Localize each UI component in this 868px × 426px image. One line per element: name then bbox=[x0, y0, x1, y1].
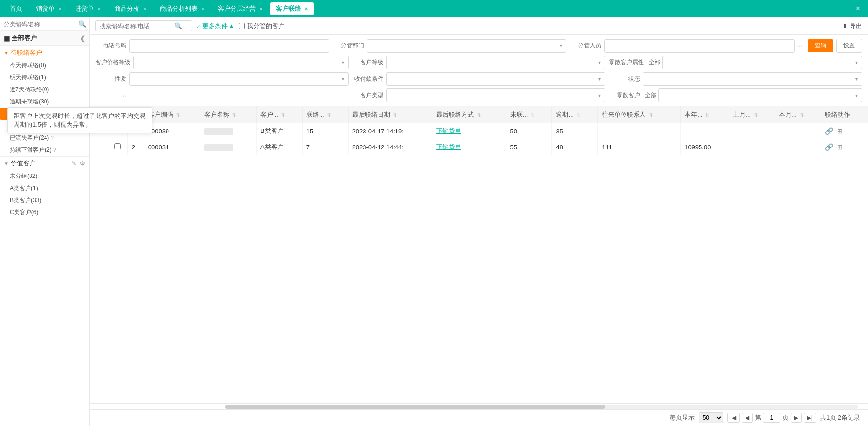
sidebar-search-input[interactable] bbox=[4, 21, 76, 28]
settings-button[interactable]: 设置 bbox=[836, 39, 862, 53]
cond-retail-attr-select[interactable]: ▾ bbox=[662, 56, 862, 69]
td-lastmonth-2 bbox=[729, 139, 775, 155]
td-method-1[interactable]: 下销货单 bbox=[432, 123, 506, 139]
tooltip-box: 距客户上次交易时长，超过了此客户的平均交易周期的1.5倍，则视为异常。 bbox=[90, 107, 152, 133]
th-customer-name[interactable]: 客户名称 ⇅ bbox=[200, 106, 256, 123]
sidebar-item-unclassified[interactable]: 未分组(32) bbox=[0, 170, 89, 182]
sidebar-item-overdue[interactable]: 逾期未联络(30) bbox=[0, 96, 89, 108]
nav-customer-contact[interactable]: 客户联络 × bbox=[270, 2, 314, 15]
sidebar-item-lost[interactable]: 已流失客户(24) ? bbox=[0, 132, 89, 144]
sidebar-item-a-class[interactable]: A类客户(1) bbox=[0, 182, 89, 194]
settings-value-group-icon[interactable]: ⚙ bbox=[80, 160, 85, 167]
th-last-month[interactable]: 上月... ⇅ bbox=[729, 106, 775, 123]
cond-phone-input[interactable] bbox=[129, 39, 329, 53]
page-input[interactable] bbox=[763, 413, 780, 423]
sidebar-search-icon[interactable]: 🔍 bbox=[78, 20, 86, 28]
close-customer-contact-icon[interactable]: × bbox=[305, 6, 308, 12]
cond-status-select[interactable]: ▾ bbox=[643, 72, 862, 86]
nav-product-analysis[interactable]: 商品分析 × bbox=[108, 2, 152, 15]
chevron-down-price-icon: ▾ bbox=[342, 60, 344, 65]
cond-nature: 性质 ▾ bbox=[95, 72, 349, 86]
edit-value-group-icon[interactable]: ✎ bbox=[71, 160, 76, 167]
export-button[interactable]: ⬆ 导出 bbox=[842, 22, 862, 30]
per-page-select[interactable]: 50 100 200 bbox=[699, 412, 723, 423]
close-customer-tier-icon[interactable]: × bbox=[259, 6, 262, 12]
cond-customer-grade-select[interactable]: ▾ bbox=[386, 56, 606, 69]
sidebar-item-c-class[interactable]: C类客户(6) bbox=[0, 206, 89, 219]
cond-expand-dots[interactable]: ··· bbox=[95, 92, 129, 99]
sidebar-item-declining[interactable]: 持续下滑客户(2) ? bbox=[0, 144, 89, 156]
next-page-button[interactable]: ▶ bbox=[791, 413, 802, 423]
sidebar-collapse-icon[interactable]: ❮ bbox=[80, 35, 85, 42]
cond-person-dots[interactable]: ··· bbox=[795, 42, 804, 49]
cond-nature-select[interactable]: ▾ bbox=[129, 72, 349, 86]
row2-checkbox[interactable] bbox=[114, 143, 121, 149]
cond-payment-select[interactable]: ▾ bbox=[386, 72, 606, 86]
horizontal-scrollbar[interactable] bbox=[90, 403, 868, 409]
tooltip-text: 距客户上次交易时长，超过了此客户的平均交易周期的1.5倍，则视为异常。 bbox=[90, 112, 146, 128]
close-product-analysis-icon[interactable]: × bbox=[143, 6, 146, 12]
prev-page-button[interactable]: ◀ bbox=[742, 413, 753, 423]
info-icon-declining: ? bbox=[53, 147, 56, 153]
sidebar-item-7days[interactable]: 近7天待联络(0) bbox=[0, 84, 89, 96]
cond-dept-select[interactable]: ▾ bbox=[367, 39, 567, 53]
table-row: 2 000031 A类客户 7 2023-04-12 14:44: 下销货单 5… bbox=[90, 139, 868, 155]
sidebar-item-b-class[interactable]: B类客户(33) bbox=[0, 194, 89, 206]
th-this-month[interactable]: 本月... ⇅ bbox=[775, 106, 821, 123]
td-method-2[interactable]: 下销货单 bbox=[432, 139, 506, 155]
my-customers-checkbox[interactable] bbox=[239, 23, 245, 29]
td-type-1: B类客户 bbox=[257, 123, 303, 139]
th-unit-contact[interactable]: 往来单位联系人 ⇅ bbox=[598, 106, 681, 123]
nav-home[interactable]: 首页 bbox=[4, 2, 28, 15]
sort-lastmonth-icon: ⇅ bbox=[754, 112, 758, 118]
blurred-name-1 bbox=[204, 128, 233, 135]
pending-contact-group-title[interactable]: ▼ 待联络客户 bbox=[0, 46, 89, 59]
link-icon-2[interactable]: 🔗 bbox=[825, 143, 833, 151]
nav-product-analysis-list[interactable]: 商品分析列表 × bbox=[154, 2, 210, 15]
th-last-contact-date[interactable]: 最后联络日期 ⇅ bbox=[348, 106, 432, 123]
chevron-down-icon: ▾ bbox=[560, 43, 562, 48]
grid-icon-1[interactable]: ⊞ bbox=[837, 127, 843, 135]
first-page-button[interactable]: |◀ bbox=[727, 413, 740, 423]
grid-icon: ▦ bbox=[4, 35, 10, 42]
sidebar-all-customers-header[interactable]: ▦ 全部客户 ❮ bbox=[0, 31, 89, 46]
window-close-button[interactable]: × bbox=[852, 4, 864, 13]
value-customer-group-title[interactable]: ▼ 价值客户 ✎ ⚙ bbox=[0, 156, 89, 170]
th-overdue[interactable]: 逾期... ⇅ bbox=[552, 106, 598, 123]
cond-price-level-select[interactable]: ▾ bbox=[133, 56, 349, 69]
cond-person-input[interactable] bbox=[604, 39, 795, 53]
method-link-1[interactable]: 下销货单 bbox=[436, 127, 461, 134]
pagination-bar: 每页显示 50 100 200 |◀ ◀ 第 页 ▶ ▶| 共1页 2条记录 bbox=[90, 409, 868, 426]
cond-customer-grade-label: 客户等级 bbox=[352, 59, 386, 67]
sort-unit-icon: ⇅ bbox=[649, 112, 653, 118]
scrollbar-thumb[interactable] bbox=[225, 405, 605, 409]
nav-purchase-order[interactable]: 进货单 × bbox=[69, 2, 107, 15]
method-link-2[interactable]: 下销货单 bbox=[436, 143, 461, 150]
th-customer-type[interactable]: 客户... ⇅ bbox=[257, 106, 303, 123]
search-icon[interactable]: 🔍 bbox=[174, 22, 182, 29]
close-sales-order-icon[interactable]: × bbox=[59, 6, 61, 12]
nav-sales-order[interactable]: 销货单 × bbox=[30, 2, 67, 15]
cond-phone-label: 电话号码 bbox=[95, 42, 129, 50]
nav-customer-tier[interactable]: 客户分层经营 × bbox=[212, 2, 268, 15]
last-page-button[interactable]: ▶| bbox=[804, 413, 816, 423]
th-contact[interactable]: 联络... ⇅ bbox=[302, 106, 348, 123]
search-input[interactable] bbox=[100, 23, 172, 29]
filter-icon: ⊿ bbox=[196, 22, 201, 29]
more-conditions-button[interactable]: ⊿ 更多条件 ▲ bbox=[196, 22, 235, 30]
th-not-contacted[interactable]: 未联... ⇅ bbox=[506, 106, 552, 123]
value-customer-label: 价值客户 bbox=[11, 159, 36, 168]
sidebar-item-today[interactable]: 今天待联络(0) bbox=[0, 59, 89, 72]
sidebar-item-tomorrow[interactable]: 明天待联络(1) bbox=[0, 72, 89, 84]
td-contact-1: 15 bbox=[302, 123, 348, 139]
cond-retail-customer-select[interactable]: ▾ bbox=[658, 88, 862, 102]
close-purchase-order-icon[interactable]: × bbox=[98, 6, 101, 12]
sort-contact-icon: ⇅ bbox=[327, 112, 331, 118]
th-last-contact-method[interactable]: 最后联络方式 ⇅ bbox=[432, 106, 506, 123]
link-icon-1[interactable]: 🔗 bbox=[825, 127, 833, 135]
grid-icon-2[interactable]: ⊞ bbox=[837, 143, 843, 151]
close-product-analysis-list-icon[interactable]: × bbox=[201, 6, 204, 12]
th-this-year[interactable]: 本年... ⇅ bbox=[681, 106, 729, 123]
query-button[interactable]: 查询 bbox=[808, 39, 833, 52]
cond-customer-type-select[interactable]: ▾ bbox=[386, 88, 606, 102]
